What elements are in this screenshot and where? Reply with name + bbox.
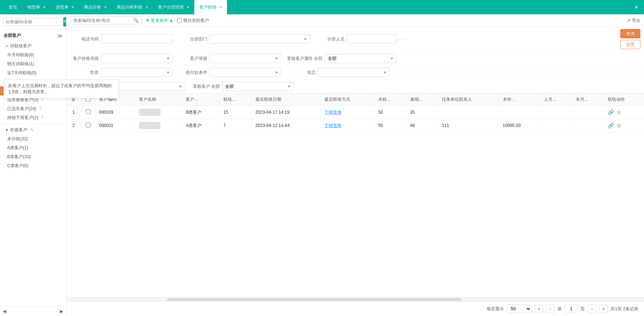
nav-close-purchase[interactable]: × <box>71 0 74 14</box>
td-name-1[interactable] <box>135 106 182 119</box>
horizontal-scrollbar[interactable] <box>66 297 644 301</box>
filter-manager-dots[interactable]: ··· <box>399 36 406 42</box>
th-contact-count[interactable]: 联络... <box>220 94 252 106</box>
td-num-2: 2 <box>66 119 81 132</box>
th-last-month[interactable]: 上月... <box>540 94 572 106</box>
filter-retail-attr-label: 零散客户属性 全部 <box>287 56 323 62</box>
th-this-month[interactable]: 本月... <box>572 94 604 106</box>
filter-retail-attr-select[interactable]: 全部 <box>325 54 397 63</box>
action-link-icon-1[interactable]: 🔗 <box>608 109 614 115</box>
filter-status-select[interactable] <box>318 68 390 77</box>
query-button[interactable]: 查询 <box>620 29 640 38</box>
my-customers-check[interactable] <box>177 18 182 23</box>
th-unit-contact[interactable]: 往来单位联系人 <box>438 94 499 106</box>
filter-manager-input[interactable] <box>347 34 397 44</box>
sidebar-item-ungrouped[interactable]: 未分组(32) <box>0 135 66 143</box>
sidebar-collapse-btn[interactable]: ≫ <box>57 33 62 39</box>
td-check-2[interactable] <box>81 119 95 132</box>
sidebar-item-class-a[interactable]: A类客户(1) <box>0 143 66 152</box>
td-last-method-2[interactable]: 下销货单 <box>320 119 374 132</box>
action-grid-icon-1[interactable]: ⊞ <box>617 109 621 115</box>
th-uncontacted[interactable]: 未联... <box>374 94 406 106</box>
filter-status-label: 状态 <box>287 70 316 76</box>
filter-nature-label: 性质 <box>70 70 99 76</box>
customer-table: ⚙ 客户编码 客户名称 客户... 联络... 最后联络日期 最后联络方式 未联… <box>66 94 644 132</box>
td-last-method-1[interactable]: 下销货单 <box>320 106 374 119</box>
main-search-input[interactable] <box>73 18 133 23</box>
next-page-btn[interactable]: › <box>588 305 596 313</box>
nav-product-analysis-list[interactable]: 商品分析列表 × <box>112 0 153 14</box>
prev-page-btn[interactable]: ‹ <box>546 305 555 313</box>
th-customer-type[interactable]: 客户... <box>182 94 220 106</box>
sidebar-item-declining[interactable]: 持续下滑客户(2) ? <box>0 113 66 122</box>
filter-nature-select[interactable] <box>101 68 173 77</box>
sidebar-item-lost[interactable]: 已流失客户(24) ? <box>0 104 66 113</box>
td-actions-2: 🔗 ⊞ <box>604 119 644 132</box>
page-input[interactable] <box>565 305 578 313</box>
sidebar-nav-prev[interactable]: ◀ <box>3 309 6 314</box>
action-link-icon-2[interactable]: 🔗 <box>608 123 614 128</box>
sidebar-item-today[interactable]: 今天待联络(0) <box>0 51 66 60</box>
filter-customer-type-select[interactable] <box>113 82 185 91</box>
th-last-contact-method[interactable]: 最后联络方式 <box>320 94 374 106</box>
row-checkbox-2[interactable] <box>86 123 91 127</box>
edit-icon[interactable]: ✎ <box>30 128 34 133</box>
settings-button[interactable]: 设置 <box>620 40 640 49</box>
row-checkbox-1[interactable] <box>86 109 91 114</box>
nav-sales[interactable]: 销货单 × <box>22 0 51 14</box>
th-overdue[interactable]: 逾期... <box>406 94 438 106</box>
nav-purchase[interactable]: 进货单 × <box>51 0 79 14</box>
my-customers-checkbox[interactable]: 我分管的客户 <box>177 18 209 24</box>
sidebar-item-tomorrow[interactable]: 明天待联络(1) <box>0 60 66 69</box>
export-button[interactable]: ↗ 导出 <box>627 18 640 24</box>
filter-dept-select[interactable] <box>209 34 310 44</box>
filter-customer-level-label: 客户等级 <box>179 56 207 62</box>
nav-close-product-analysis[interactable]: × <box>104 0 107 14</box>
last-page-btn[interactable]: » <box>599 305 608 313</box>
nav-product-analysis[interactable]: 商品分析 × <box>79 0 112 14</box>
filter-customer-level-group: 客户等级 <box>179 54 281 63</box>
sidebar-group-pending[interactable]: ▼ 待联络客户 <box>0 42 66 51</box>
value-group-arrow: ▼ <box>5 128 9 132</box>
sidebar-search-input[interactable] <box>3 18 62 26</box>
filter-payment-select[interactable] <box>209 68 281 77</box>
td-overdue-2: 48 <box>406 119 438 132</box>
td-this-year-1 <box>499 106 540 119</box>
filter-retail-customer-select[interactable]: 全部 <box>222 82 294 91</box>
sidebar-value-group[interactable]: ▼ 价值客户 ✎ <box>0 126 66 135</box>
window-close-button[interactable]: × <box>629 4 644 11</box>
more-conditions-btn[interactable]: ▼ 更多条件 ▲ <box>145 18 173 24</box>
nav-home[interactable]: 首页 <box>4 0 22 14</box>
export-icon: ↗ <box>627 18 630 23</box>
sidebar-nav-next[interactable]: ▶ <box>60 309 63 314</box>
th-last-contact-date[interactable]: 最后联络日期 <box>251 94 320 106</box>
td-last-date-2: 2023-04-12 14:44: <box>251 119 320 132</box>
per-page-select[interactable]: 10 20 50 100 <box>507 305 532 313</box>
nav-close-customer-contact[interactable]: × <box>219 0 222 14</box>
nav-close-product-analysis-list[interactable]: × <box>145 0 148 14</box>
td-name-2[interactable] <box>135 119 182 132</box>
sidebar-item-class-c[interactable]: C类客户(6) <box>0 161 66 170</box>
sidebar-item-7days[interactable]: 近7天待联络(0) <box>0 69 66 77</box>
td-uncontacted-2: 55 <box>374 119 406 132</box>
sidebar-all-customers-header[interactable]: 全部客户 ≫ <box>0 30 66 42</box>
action-grid-icon-2[interactable]: ⊞ <box>617 123 621 128</box>
first-page-btn[interactable]: « <box>534 305 543 313</box>
td-check-1[interactable] <box>81 106 95 119</box>
nav-close-customer-tiered[interactable]: × <box>187 0 189 14</box>
scrollbar-thumb[interactable] <box>167 298 462 301</box>
sidebar-item-class-b[interactable]: B类客户(33) <box>0 152 66 161</box>
sidebar-search-button[interactable]: 🔍 <box>63 17 66 27</box>
nav-close-sales[interactable]: × <box>43 0 46 14</box>
filter-price-level-group: 客户价格等级 <box>70 54 173 63</box>
th-customer-name[interactable]: 客户名称 <box>135 94 182 106</box>
th-this-year[interactable]: 本年... <box>499 94 540 106</box>
nav-customer-tiered[interactable]: 客户分层经营 × <box>153 0 194 14</box>
search-icon[interactable]: 🔍 <box>133 18 139 23</box>
nav-customer-contact[interactable]: 客户联络 × <box>194 0 227 14</box>
td-actions-1: 🔗 ⊞ <box>604 106 644 119</box>
filter-price-level-select[interactable] <box>101 54 173 63</box>
filter-manager-label: 分管人员 <box>316 36 344 42</box>
filter-customer-level-select[interactable] <box>209 54 281 63</box>
filter-phone-input[interactable] <box>101 34 173 44</box>
